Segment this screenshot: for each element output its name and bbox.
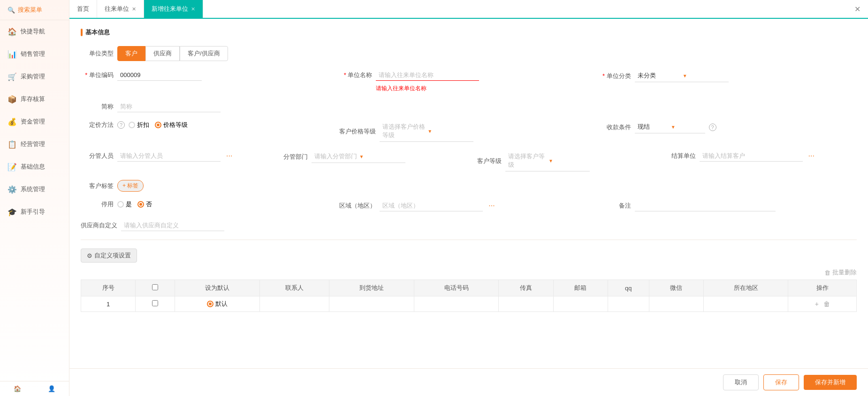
td-action: + 🗑 <box>788 296 857 312</box>
unit-name-input[interactable] <box>376 70 479 81</box>
search-menu[interactable]: 🔍 搜索菜单 <box>0 0 69 20</box>
save-button[interactable]: 保存 <box>763 374 799 390</box>
batch-delete-area: 🗑 批量删除 <box>81 268 857 277</box>
department-select[interactable]: 请输入分管部门 ▼ <box>312 150 405 163</box>
sidebar-item-guide[interactable]: 🎓 新手引导 <box>0 201 69 223</box>
settlement-unit-field: 结算单位 ··· <box>663 150 857 162</box>
batch-delete-icon: 🗑 <box>824 269 830 276</box>
td-default: 默认 <box>175 296 260 312</box>
remark-label: 备注 <box>598 202 631 210</box>
unit-code-row: 单位编码 单位名称 请输入往来单位名称 单位分类 未分类 ▼ <box>81 70 857 93</box>
batch-delete-label[interactable]: 批量删除 <box>832 268 857 277</box>
add-tag-button[interactable]: + 标签 <box>117 180 144 192</box>
operations-icon: 📋 <box>8 140 17 149</box>
system-icon: ⚙️ <box>8 185 17 194</box>
sidebar-item-basic-info[interactable]: 📝 基础信息 <box>0 155 69 178</box>
sidebar-item-purchase[interactable]: 🛒 采购管理 <box>0 65 69 88</box>
customer-price-level-select[interactable]: 请选择客户价格等级 ▼ <box>380 121 473 142</box>
tab-new-partner[interactable]: 新增往来单位 ✕ <box>144 0 203 18</box>
disable-yes-radio[interactable]: 是 <box>117 200 132 209</box>
tab-partners[interactable]: 往来单位 ✕ <box>97 0 144 18</box>
unit-name-field: 单位名称 请输入往来单位名称 <box>339 70 598 93</box>
th-seq: 序号 <box>81 280 136 296</box>
tab-bar: 首页 往来单位 ✕ 新增往来单位 ✕ ✕ <box>69 0 868 19</box>
manager-ellipsis[interactable]: ··· <box>224 152 234 160</box>
select-all-checkbox[interactable] <box>152 284 158 290</box>
disable-no-radio[interactable]: 否 <box>137 200 152 209</box>
tab-home[interactable]: 首页 <box>69 0 97 18</box>
customer-tag-row: 客户标签 + 标签 <box>81 180 857 192</box>
customer-level-label: 客户等级 <box>469 157 502 165</box>
department-label: 分管部门 <box>275 153 308 161</box>
basic-info-icon: 📝 <box>8 162 17 171</box>
sidebar-bottom-home[interactable]: 🏠 <box>0 381 35 396</box>
sidebar-item-system[interactable]: ⚙️ 系统管理 <box>0 178 69 201</box>
unit-category-field: 单位分类 未分类 ▼ <box>598 70 857 82</box>
supplier-custom-input[interactable] <box>121 220 224 231</box>
remark-field: 备注 <box>598 200 857 211</box>
td-contact <box>259 296 329 312</box>
td-seq: 1 <box>81 296 136 312</box>
disable-no-circle <box>137 201 144 208</box>
row-add-icon[interactable]: + <box>814 300 820 308</box>
row-delete-icon[interactable]: 🗑 <box>822 300 831 308</box>
td-email <box>553 296 608 312</box>
disable-field: 停用 是 否 <box>81 200 339 209</box>
disable-yes-circle <box>117 201 124 208</box>
payment-terms-info-icon[interactable]: ? <box>709 124 716 131</box>
settlement-unit-ellipsis[interactable]: ··· <box>807 152 816 160</box>
save-new-button[interactable]: 保存并新增 <box>804 375 857 390</box>
home-icon: 🏠 <box>8 27 17 36</box>
th-checkbox <box>136 280 175 296</box>
unit-category-select[interactable]: 未分类 ▼ <box>635 70 729 82</box>
sidebar-item-quick-nav[interactable]: 🏠 快捷导航 <box>0 20 69 43</box>
sidebar-bottom-user[interactable]: 👤 <box>35 381 69 396</box>
disable-radio-group: 是 否 <box>117 200 152 209</box>
row-checkbox[interactable] <box>152 300 158 306</box>
unit-type-supplier-btn[interactable]: 供应商 <box>145 46 180 61</box>
payment-terms-select[interactable]: 现结 ▼ <box>635 121 705 133</box>
main-area: 首页 往来单位 ✕ 新增往来单位 ✕ ✕ 基本信息 单位类型 客户 供应商 客户… <box>69 0 868 396</box>
tab-partners-close[interactable]: ✕ <box>132 6 136 12</box>
payment-terms-arrow: ▼ <box>671 124 702 130</box>
tab-bar-close[interactable]: ✕ <box>847 5 868 14</box>
pricing-grade-radio[interactable]: 价格等级 <box>155 121 188 129</box>
th-fax: 传真 <box>499 280 553 296</box>
unit-category-label: 单位分类 <box>598 72 631 80</box>
unit-type-both-btn[interactable]: 客户/供应商 <box>180 46 228 61</box>
supplier-custom-row: 供应商自定义 <box>81 220 857 231</box>
unit-code-input[interactable] <box>117 70 202 81</box>
finance-icon: 💰 <box>8 117 17 126</box>
sidebar-item-finance[interactable]: 💰 资金管理 <box>0 110 69 133</box>
customer-level-select[interactable]: 请选择客户等级 ▼ <box>505 150 590 171</box>
region-input[interactable] <box>380 200 483 211</box>
tab-new-partner-close[interactable]: ✕ <box>191 6 195 12</box>
th-address: 到货地址 <box>329 280 414 296</box>
short-name-input[interactable] <box>117 101 221 112</box>
cancel-button[interactable]: 取消 <box>723 374 759 390</box>
unit-type-row: 单位类型 客户 供应商 客户/供应商 <box>81 46 857 61</box>
remark-input[interactable] <box>635 200 776 211</box>
sidebar-item-inventory[interactable]: 📦 库存核算 <box>0 88 69 110</box>
manager-input[interactable] <box>117 150 221 162</box>
disable-row: 停用 是 否 区域（地区） ··· 备注 <box>81 200 857 211</box>
guide-icon: 🎓 <box>8 207 17 217</box>
unit-type-buttons: 客户 供应商 客户/供应商 <box>117 46 228 61</box>
row-default-radio[interactable]: 默认 <box>180 300 255 308</box>
manager-field: 分管人员 ··· <box>81 150 275 162</box>
region-ellipsis[interactable]: ··· <box>487 202 496 210</box>
gear-icon: ⚙ <box>87 252 92 259</box>
sidebar-item-operations[interactable]: 📋 经营管理 <box>0 133 69 155</box>
pricing-discount-radio[interactable]: 折扣 <box>129 121 149 129</box>
section-bar-icon <box>81 29 83 36</box>
settlement-unit-input[interactable] <box>700 150 803 162</box>
td-qq <box>608 296 649 312</box>
unit-code-field: 单位编码 <box>81 70 339 81</box>
section-title: 基本信息 <box>81 28 857 37</box>
customer-level-arrow: ▼ <box>548 158 587 163</box>
unit-type-customer-btn[interactable]: 客户 <box>117 46 145 61</box>
sidebar-item-sales[interactable]: 📊 销售管理 <box>0 43 69 65</box>
pricing-info-icon[interactable]: ? <box>117 121 125 129</box>
custom-settings-button[interactable]: ⚙ 自定义项设置 <box>81 248 137 263</box>
form-content: 基本信息 单位类型 客户 供应商 客户/供应商 单位编码 单位名称 <box>69 19 868 368</box>
